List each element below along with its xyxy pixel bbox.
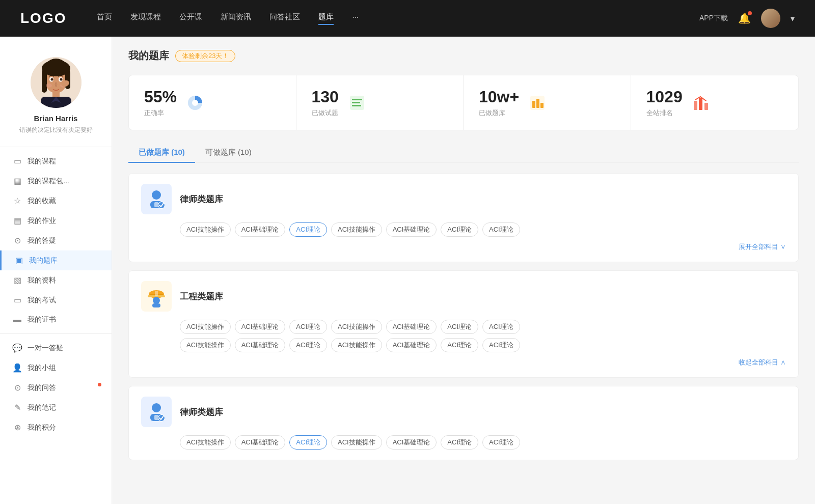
svg-point-11 (50, 78, 53, 81)
qbank-name-lawyer-2: 律师类题库 (180, 406, 223, 418)
sidebar-item-label: 我的小组 (28, 363, 56, 373)
mypoints-icon: ⊛ (12, 423, 22, 432)
svg-rect-26 (694, 101, 697, 110)
svg-rect-31 (154, 202, 158, 207)
sidebar-item-favorites[interactable]: ☆ 我的收藏 (0, 191, 112, 211)
done-banks-icon (527, 93, 548, 113)
eng-tag-10[interactable]: ACI技能操作 (331, 338, 382, 352)
svg-rect-20 (352, 102, 360, 103)
avatar[interactable] (761, 9, 780, 28)
eng-tag-2[interactable]: ACI理论 (289, 320, 327, 334)
page-header: 我的题库 体验剩余23天！ (128, 49, 799, 63)
main-content: 我的题库 体验剩余23天！ 55% 正确率 (112, 37, 815, 504)
eng-tag-13[interactable]: ACI理论 (482, 338, 520, 352)
eng-tag-8[interactable]: ACI基础理论 (235, 338, 286, 352)
user-motto: 错误的决定比没有决定要好 (10, 126, 101, 134)
l2-tag-5[interactable]: ACI理论 (441, 435, 478, 450)
mydata-icon: ▧ (12, 275, 22, 285)
nav-news[interactable]: 新闻资讯 (221, 12, 251, 25)
l2-tag-3[interactable]: ACI技能操作 (331, 435, 382, 450)
eng-tag-11[interactable]: ACI基础理论 (386, 338, 437, 352)
eng-tag-9[interactable]: ACI理论 (289, 338, 327, 352)
sidebar-item-qa[interactable]: ⊙ 我的答疑 (0, 231, 112, 250)
l2-tag-1[interactable]: ACI基础理论 (235, 435, 286, 450)
eng-tag-0[interactable]: ACI技能操作 (180, 320, 231, 334)
sidebar-item-homework[interactable]: ▤ 我的作业 (0, 211, 112, 231)
svg-point-29 (152, 190, 161, 200)
qbank-card-lawyer-2: 律师类题库 ACI技能操作 ACI基础理论 ACI理论 ACI技能操作 ACI基… (128, 386, 799, 460)
tag-1[interactable]: ACI基础理论 (235, 222, 286, 237)
eng-tag-4[interactable]: ACI基础理论 (386, 320, 437, 334)
qbank-footer-engineer: 收起全部科目 ∧ (141, 357, 786, 367)
sidebar-item-questionbank[interactable]: ▣ 我的题库 (0, 250, 112, 270)
qbank-name-engineer: 工程类题库 (180, 291, 223, 302)
sidebar-item-mygroup[interactable]: 👤 我的小组 (0, 358, 112, 378)
l2-tag-2-active[interactable]: ACI理论 (289, 435, 327, 450)
stats-bar: 55% 正确率 130 已做试题 (128, 75, 799, 130)
sidebar-item-1on1[interactable]: 💬 一对一答疑 (0, 338, 112, 358)
nav-qa[interactable]: 问答社区 (269, 12, 300, 25)
expand-link-1[interactable]: 展开全部科目 ∨ (739, 243, 786, 250)
mycourse-icon: ▭ (12, 156, 22, 166)
tag-2-active[interactable]: ACI理论 (289, 222, 327, 237)
sidebar-item-label: 我的考试 (28, 296, 56, 305)
sidebar-item-mycourse[interactable]: ▭ 我的课程 (0, 151, 112, 171)
stat-ranking-label: 全站排名 (646, 108, 683, 118)
eng-tag-1[interactable]: ACI基础理论 (235, 320, 286, 334)
nav-more[interactable]: ··· (352, 12, 359, 25)
questionbank-icon: ▣ (14, 256, 24, 265)
tag-0[interactable]: ACI技能操作 (180, 222, 231, 237)
nav-home[interactable]: 首页 (97, 12, 112, 25)
sidebar-item-certificate[interactable]: ▬ 我的证书 (0, 310, 112, 329)
eng-tag-12[interactable]: ACI理论 (441, 338, 478, 352)
eng-tag-5[interactable]: ACI理论 (441, 320, 478, 334)
sidebar-item-mypoints[interactable]: ⊛ 我的积分 (0, 417, 112, 437)
tab-available-banks[interactable]: 可做题库 (10) (195, 143, 262, 162)
sidebar-item-mynotes[interactable]: ✎ 我的笔记 (0, 398, 112, 417)
nav-opencourse[interactable]: 公开课 (179, 12, 202, 25)
nav-questionbank[interactable]: 题库 (318, 12, 334, 25)
homework-icon: ▤ (12, 216, 22, 226)
eng-tag-3[interactable]: ACI技能操作 (331, 320, 382, 334)
sidebar-item-exam[interactable]: ▭ 我的考试 (0, 290, 112, 310)
myquestion-icon: ⊙ (12, 383, 22, 393)
sidebar-item-label: 我的证书 (28, 315, 56, 324)
l2-tag-4[interactable]: ACI基础理论 (386, 435, 437, 450)
l2-tag-6[interactable]: ACI理论 (482, 435, 520, 450)
stat-done-banks: 10w+ 已做题库 (464, 75, 631, 130)
eng-tag-6[interactable]: ACI理论 (482, 320, 520, 334)
page-title: 我的题库 (128, 49, 169, 63)
sidebar-item-myquestion[interactable]: ⊙ 我的问答 (0, 378, 112, 398)
tab-done-banks[interactable]: 已做题库 (10) (128, 143, 195, 162)
stat-accuracy-label: 正确率 (144, 108, 177, 118)
exam-icon: ▭ (12, 295, 22, 305)
qbank-list: 律师类题库 ACI技能操作 ACI基础理论 ACI理论 ACI技能操作 ACI基… (128, 173, 799, 468)
stat-done-value: 130 (312, 88, 339, 106)
tag-5[interactable]: ACI理论 (441, 222, 478, 237)
question-dot (98, 383, 101, 386)
collapse-link[interactable]: 收起全部科目 ∧ (739, 358, 786, 366)
app-download-button[interactable]: APP下载 (699, 14, 728, 23)
eng-tag-7[interactable]: ACI技能操作 (180, 338, 231, 352)
qa-icon: ⊙ (12, 236, 22, 245)
tag-3[interactable]: ACI技能操作 (331, 222, 382, 237)
user-dropdown-arrow[interactable]: ▾ (791, 14, 795, 23)
stat-banks-value: 10w+ (479, 88, 519, 106)
svg-rect-4 (42, 71, 47, 93)
qbank-card-engineer: 工程类题库 ACI技能操作 ACI基础理论 ACI理论 ACI技能操作 ACI基… (128, 270, 799, 378)
tag-4[interactable]: ACI基础理论 (386, 222, 437, 237)
mynotes-icon: ✎ (12, 403, 22, 412)
sidebar-item-mydata[interactable]: ▧ 我的资料 (0, 270, 112, 290)
certificate-icon: ▬ (12, 315, 22, 324)
svg-point-12 (60, 78, 62, 81)
nav-discover[interactable]: 发现课程 (130, 12, 161, 25)
svg-point-37 (153, 297, 160, 304)
notification-bell[interactable]: 🔔 (738, 12, 751, 24)
1on1-icon: 💬 (12, 343, 22, 353)
svg-rect-25 (540, 103, 544, 108)
sidebar-item-coursepackage[interactable]: ▦ 我的课程包... (0, 171, 112, 191)
tag-6[interactable]: ACI理论 (482, 222, 520, 237)
sidebar-divider-1 (0, 147, 112, 147)
sidebar-profile: Brian Harris 错误的决定比没有决定要好 (0, 47, 112, 143)
l2-tag-0[interactable]: ACI技能操作 (180, 435, 231, 450)
